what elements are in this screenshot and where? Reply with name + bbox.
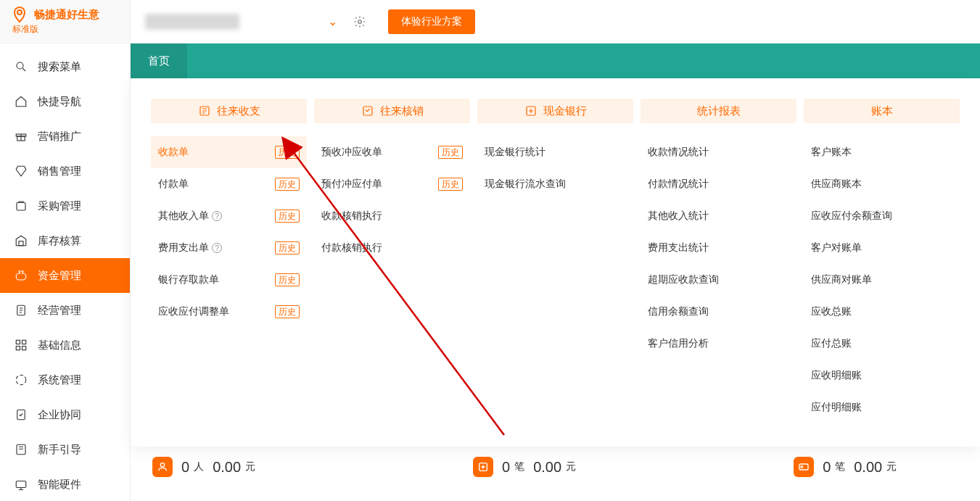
mega-item-label: 付款单 bbox=[158, 178, 189, 191]
mega-menu-item[interactable]: 预付冲应付单历史 bbox=[314, 168, 470, 200]
stat-card-3: 0笔 0.00元 bbox=[794, 457, 897, 477]
mega-menu-item[interactable]: 客户账本 bbox=[804, 136, 960, 168]
history-badge[interactable]: 历史 bbox=[275, 305, 300, 318]
logo-area: 畅捷通好生意 标准版 bbox=[0, 0, 130, 44]
mega-col-title: 往来核销 bbox=[380, 104, 424, 118]
sidebar-item-basedata[interactable]: 基础信息 bbox=[0, 328, 130, 363]
sidebar-item-label: 营销推广 bbox=[38, 130, 81, 144]
mega-item-label: 银行存取款单 bbox=[158, 273, 219, 286]
sidebar-item-inventory[interactable]: 库存核算 bbox=[0, 223, 130, 258]
history-badge[interactable]: 历史 bbox=[438, 178, 463, 191]
sidebar-item-search[interactable]: 搜索菜单 bbox=[0, 49, 130, 84]
mega-menu-item[interactable]: 客户对账单 bbox=[804, 232, 960, 264]
mega-menu-item[interactable]: 付款单历史 bbox=[151, 168, 307, 200]
mega-menu-item[interactable]: 费用支出统计 bbox=[641, 232, 796, 264]
mega-item-label: 付款情况统计 bbox=[648, 178, 709, 191]
sidebar-item-label: 资金管理 bbox=[38, 269, 81, 283]
mega-menu-item[interactable]: 现金银行统计 bbox=[477, 136, 633, 168]
mega-menu-item[interactable]: 银行存取款单历史 bbox=[151, 264, 307, 296]
mega-item-label: 预收冲应收单 bbox=[321, 146, 382, 159]
gear-icon[interactable] bbox=[353, 15, 366, 28]
mega-menu-item[interactable]: 收款情况统计 bbox=[641, 136, 796, 168]
help-icon[interactable]: ? bbox=[212, 211, 222, 221]
sidebar-item-system[interactable]: 系统管理 bbox=[0, 363, 130, 397]
mega-menu-item[interactable]: 供应商对账单 bbox=[804, 264, 960, 296]
mega-item-label: 供应商账本 bbox=[811, 178, 862, 191]
tab-home[interactable]: 首页 bbox=[131, 44, 187, 78]
mega-item-label: 客户对账单 bbox=[811, 241, 862, 254]
history-badge[interactable]: 历史 bbox=[275, 210, 300, 223]
sidebar-item-sales[interactable]: 销售管理 bbox=[0, 154, 130, 189]
svg-rect-10 bbox=[22, 347, 26, 350]
mega-menu-item[interactable]: 应付明细账 bbox=[804, 392, 960, 423]
gift-icon bbox=[15, 130, 28, 143]
chevron-down-icon[interactable]: ⌄ bbox=[328, 15, 337, 28]
mega-col-header: 往来核销 bbox=[314, 99, 470, 123]
history-badge[interactable]: 历史 bbox=[275, 178, 300, 191]
brand-subtitle: 标准版 bbox=[12, 23, 119, 36]
bottom-stats: 0人 0.00元 0笔 0.00元 0笔 0.00元 bbox=[152, 449, 965, 485]
mega-col-title: 现金银行 bbox=[543, 104, 587, 118]
sidebar: 畅捷通好生意 标准版 搜索菜单 快捷导航 营销推广 销售管理 采购管理 库存核算… bbox=[0, 0, 131, 501]
mega-col-header: 统计报表 bbox=[641, 99, 796, 123]
mega-item-label: 收款单 bbox=[158, 146, 189, 159]
mega-menu-item[interactable]: 收款单历史 bbox=[151, 136, 307, 168]
mega-item-label: 应收应付余额查询 bbox=[811, 210, 892, 223]
stat-card-2: 0笔 0.00元 bbox=[473, 457, 576, 477]
history-badge[interactable]: 历史 bbox=[275, 241, 300, 254]
loading-icon bbox=[15, 373, 28, 386]
sidebar-item-business[interactable]: 经营管理 bbox=[0, 293, 130, 328]
mega-menu-item[interactable]: 其他收入单?历史 bbox=[151, 200, 307, 232]
stat-card-1: 0人 0.00元 bbox=[152, 457, 255, 477]
sidebar-item-marketing[interactable]: 营销推广 bbox=[0, 119, 130, 154]
mega-menu-item[interactable]: 预收冲应收单历史 bbox=[314, 136, 470, 168]
mega-menu-item[interactable]: 收款核销执行 bbox=[314, 200, 470, 232]
sidebar-item-quicknav[interactable]: 快捷导航 bbox=[0, 84, 130, 119]
sidebar-item-label: 库存核算 bbox=[38, 234, 81, 248]
sidebar-item-hardware[interactable]: 智能硬件 bbox=[0, 467, 130, 501]
mega-menu-item[interactable]: 付款情况统计 bbox=[641, 168, 796, 200]
history-badge[interactable]: 历史 bbox=[438, 146, 463, 159]
mega-item-label: 供应商对账单 bbox=[811, 273, 872, 286]
mega-menu-item[interactable]: 供应商账本 bbox=[804, 168, 960, 200]
mega-menu-item[interactable]: 应收应付余额查询 bbox=[804, 200, 960, 232]
mega-item-label: 应付总账 bbox=[811, 337, 852, 350]
svg-point-15 bbox=[358, 20, 362, 23]
mega-item-label: 其他收入单? bbox=[158, 210, 222, 223]
stat-icon-1 bbox=[152, 457, 173, 477]
org-name-placeholder bbox=[145, 14, 239, 30]
mega-item-label: 应收总账 bbox=[811, 305, 852, 318]
help-icon[interactable]: ? bbox=[212, 243, 222, 253]
svg-point-1 bbox=[17, 62, 23, 69]
mega-col-header: 现金银行 bbox=[477, 99, 633, 123]
tab-strip: 首页 bbox=[131, 44, 980, 78]
mega-menu-item[interactable]: 客户信用分析 bbox=[641, 328, 796, 360]
mega-menu-item[interactable]: 应付总账 bbox=[804, 328, 960, 360]
try-industry-button[interactable]: 体验行业方案 bbox=[388, 9, 475, 34]
grid-icon bbox=[15, 339, 28, 352]
mega-menu-item[interactable]: 其他收入统计 bbox=[641, 200, 796, 232]
org-selector[interactable] bbox=[145, 14, 239, 30]
sidebar-item-collab[interactable]: 企业协同 bbox=[0, 397, 130, 432]
mega-menu-item[interactable]: 应收总账 bbox=[804, 296, 960, 328]
sidebar-item-finance[interactable]: 资金管理 bbox=[0, 258, 130, 293]
column-header-icon bbox=[361, 104, 374, 117]
mega-menu-item[interactable]: 费用支出单?历史 bbox=[151, 232, 307, 264]
mega-item-label: 现金银行流水查询 bbox=[485, 178, 566, 191]
mega-menu-item[interactable]: 信用余额查询 bbox=[641, 296, 796, 328]
sidebar-item-guide[interactable]: 新手引导 bbox=[0, 432, 130, 467]
sidebar-item-purchase[interactable]: 采购管理 bbox=[0, 189, 130, 223]
history-badge[interactable]: 历史 bbox=[275, 146, 300, 159]
mega-menu-item[interactable]: 超期应收款查询 bbox=[641, 264, 796, 296]
mega-menu-item[interactable]: 应收应付调整单历史 bbox=[151, 296, 307, 328]
mega-menu-item[interactable]: 付款核销执行 bbox=[314, 232, 470, 264]
history-badge[interactable]: 历史 bbox=[275, 273, 300, 286]
svg-rect-9 bbox=[16, 347, 20, 350]
mega-col: 统计报表收款情况统计付款情况统计其他收入统计费用支出统计超期应收款查询信用余额查… bbox=[641, 99, 796, 423]
mega-menu-item[interactable]: 现金银行流水查询 bbox=[477, 168, 633, 200]
mega-menu-item[interactable]: 应收明细账 bbox=[804, 360, 960, 392]
column-header-icon bbox=[198, 104, 211, 117]
sidebar-item-label: 搜索菜单 bbox=[38, 60, 81, 74]
mega-col: 现金银行现金银行统计现金银行流水查询 bbox=[477, 99, 633, 423]
money-bag-icon bbox=[15, 269, 28, 282]
